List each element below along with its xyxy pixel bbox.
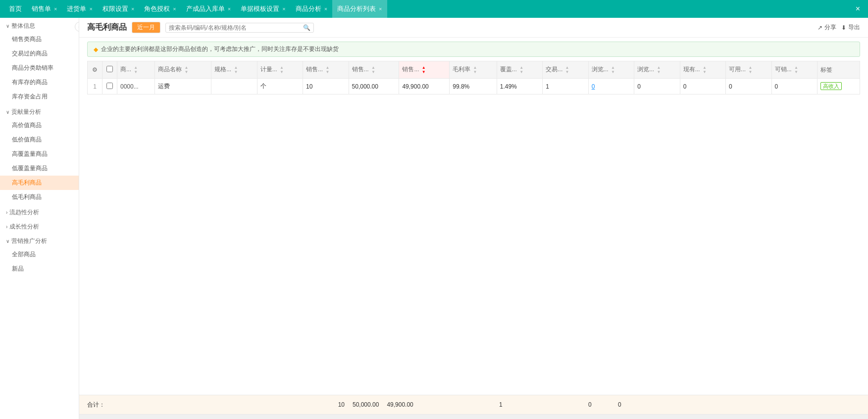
nav-permission-settings-close[interactable]: × bbox=[131, 6, 134, 12]
search-input[interactable] bbox=[169, 24, 303, 31]
th-sales-amount[interactable]: 销售... ▲▼ bbox=[349, 61, 399, 79]
sidebar-item-high-value[interactable]: 高价值商品 bbox=[0, 118, 79, 133]
nav-home[interactable]: 首页 bbox=[4, 0, 27, 18]
nav-role-auth[interactable]: 角色授权 × bbox=[139, 0, 181, 18]
nav-product-analysis[interactable]: 商品分析 × bbox=[291, 0, 332, 18]
footer-available: 0 bbox=[596, 399, 625, 410]
header-actions: ↗ 分享 ⬇ 导出 bbox=[817, 23, 860, 32]
group-marketing-label: 营销推广分析 bbox=[11, 237, 47, 245]
footer-total: 合计： 10 50,000.00 49,900.00 1 0 0 bbox=[79, 395, 868, 414]
th-transaction[interactable]: 交易... ▲▼ bbox=[543, 61, 588, 79]
group-trend-arrow: › bbox=[6, 210, 7, 215]
info-text: 企业的主要的利润都是这部分商品创造的，可考虑加大推广，同时关注库存是不要出现缺货 bbox=[101, 45, 339, 53]
export-button[interactable]: ⬇ 导出 bbox=[841, 23, 860, 32]
group-marketing-arrow: ∨ bbox=[6, 238, 9, 244]
th-available[interactable]: 可用... ▲▼ bbox=[726, 61, 771, 79]
sidebar-group-marketing[interactable]: ∨ 营销推广分析 bbox=[0, 233, 79, 247]
th-current[interactable]: 现有... ▲▼ bbox=[680, 61, 725, 79]
row-checkbox[interactable] bbox=[106, 83, 113, 89]
sort-name-icon: ▲▼ bbox=[185, 65, 189, 74]
sidebar-item-all-goods[interactable]: 全部商品 bbox=[0, 247, 79, 262]
sidebar-group-contribution[interactable]: ∨ 贡献量分析 bbox=[0, 104, 79, 118]
sidebar-item-category-rate[interactable]: 商品分类助销率 bbox=[0, 61, 79, 75]
group-overall-label: 整体信息 bbox=[11, 22, 35, 30]
cell-available: 0 bbox=[726, 79, 771, 94]
collapse-icon: « bbox=[78, 24, 79, 30]
browse1-link[interactable]: 0 bbox=[592, 83, 595, 90]
top-navigation: 首页 销售单 × 进货单 × 权限设置 × 角色授权 × 产成品入库单 × 单据… bbox=[0, 0, 868, 18]
search-icon[interactable]: 🔍 bbox=[303, 24, 310, 31]
nav-product-inbound-close[interactable]: × bbox=[228, 6, 231, 12]
th-gross-margin[interactable]: 毛利率 ▲▼ bbox=[450, 61, 497, 79]
nav-product-analysis-close[interactable]: × bbox=[324, 6, 327, 12]
nav-sales-order-close[interactable]: × bbox=[54, 6, 57, 12]
sidebar-group-growth[interactable]: › 成长性分析 bbox=[0, 219, 79, 233]
th-sales-qty[interactable]: 销售... ▲▼ bbox=[303, 61, 349, 79]
share-button[interactable]: ↗ 分享 bbox=[817, 23, 836, 32]
th-sales-cost[interactable]: 销售... ▲▼ bbox=[399, 61, 450, 79]
nav-product-analysis-list-close[interactable]: × bbox=[379, 6, 382, 12]
search-box: 🔍 bbox=[165, 23, 314, 33]
cell-coverage: 1.49% bbox=[497, 79, 542, 94]
select-all-checkbox[interactable] bbox=[106, 66, 113, 72]
th-code[interactable]: 商... ▲▼ bbox=[117, 61, 155, 79]
th-browse1[interactable]: 浏览... ▲▼ bbox=[588, 61, 634, 79]
cell-code[interactable]: 0000... bbox=[117, 79, 155, 94]
cell-tag: 高收入 bbox=[817, 79, 860, 94]
sidebar-group-overall[interactable]: ∨ 整体信息 bbox=[0, 18, 79, 32]
nav-home-label: 首页 bbox=[9, 4, 22, 13]
th-name[interactable]: 商品名称 ▲▼ bbox=[155, 61, 211, 79]
sidebar-item-low-value[interactable]: 低价值商品 bbox=[0, 133, 79, 147]
th-num: ⚙ bbox=[88, 61, 102, 79]
sidebar-item-high-gross-margin[interactable]: 高毛利商品 bbox=[0, 176, 79, 190]
th-unit[interactable]: 计量... ▲▼ bbox=[257, 61, 303, 79]
info-banner: ◆ 企业的主要的利润都是这部分商品创造的，可考虑加大推广，同时关注库存是不要出现… bbox=[87, 42, 860, 57]
cell-salable: 0 bbox=[771, 79, 817, 94]
th-browse2[interactable]: 浏览... ▲▼ bbox=[634, 61, 680, 79]
page-title: 高毛利商品 bbox=[87, 22, 127, 33]
nav-product-analysis-list[interactable]: 商品分析列表 × bbox=[332, 0, 387, 18]
footer-sales-cost: 49,900.00 bbox=[383, 399, 417, 410]
sidebar-group-trend[interactable]: › 流趋性分析 bbox=[0, 204, 79, 219]
sidebar-item-sales-goods[interactable]: 销售类商品 bbox=[0, 32, 79, 47]
sidebar-item-new-goods[interactable]: 新品 bbox=[0, 262, 79, 276]
nav-sales-order-label: 销售单 bbox=[32, 4, 51, 13]
nav-product-inbound-label: 产成品入库单 bbox=[186, 4, 225, 13]
nav-product-inbound[interactable]: 产成品入库单 × bbox=[181, 0, 236, 18]
sort-unit-icon: ▲▼ bbox=[280, 65, 284, 74]
sidebar-item-low-gross-margin[interactable]: 低毛利商品 bbox=[0, 190, 79, 204]
info-icon: ◆ bbox=[94, 46, 98, 53]
horizontal-scrollbar[interactable] bbox=[79, 414, 868, 419]
cell-spec bbox=[211, 79, 257, 94]
content-area: 高毛利商品 近一月 🔍 ↗ 分享 ⬇ 导出 ◆ 企业的主要的利润都是这部分商品创… bbox=[79, 18, 868, 419]
nav-permission-settings[interactable]: 权限设置 × bbox=[98, 0, 139, 18]
sidebar-item-traded-goods[interactable]: 交易过的商品 bbox=[0, 47, 79, 61]
sort-current-icon: ▲▼ bbox=[703, 65, 707, 74]
gear-icon[interactable]: ⚙ bbox=[92, 66, 98, 73]
cell-checkbox bbox=[102, 79, 117, 94]
cell-sales-qty: 10 bbox=[303, 79, 349, 94]
nav-role-auth-label: 角色授权 bbox=[144, 4, 170, 13]
th-coverage[interactable]: 覆盖... ▲▼ bbox=[497, 61, 542, 79]
nav-purchase-order-close[interactable]: × bbox=[89, 6, 92, 12]
export-label: 导出 bbox=[848, 23, 860, 32]
sort-sales-qty-icon: ▲▼ bbox=[325, 65, 329, 74]
close-all-tabs-button[interactable]: × bbox=[852, 4, 864, 13]
th-salable[interactable]: 可销... ▲▼ bbox=[771, 61, 817, 79]
sidebar-item-low-coverage[interactable]: 低覆盖量商品 bbox=[0, 161, 79, 176]
nav-template-settings-close[interactable]: × bbox=[282, 6, 285, 12]
nav-purchase-order[interactable]: 进货单 × bbox=[62, 0, 97, 18]
sort-browse1-icon: ▲▼ bbox=[611, 65, 615, 74]
sort-gross-margin-icon: ▲▼ bbox=[473, 65, 477, 74]
sidebar-item-inventory-capital[interactable]: 库存资金占用 bbox=[0, 90, 79, 104]
cell-transaction: 1 bbox=[543, 79, 588, 94]
nav-role-auth-close[interactable]: × bbox=[173, 6, 176, 12]
nav-sales-order[interactable]: 销售单 × bbox=[27, 0, 62, 18]
nav-template-settings[interactable]: 单据模板设置 × bbox=[236, 0, 290, 18]
sort-transaction-icon: ▲▼ bbox=[565, 65, 569, 74]
cell-browse1[interactable]: 0 bbox=[588, 79, 634, 94]
sidebar-item-high-coverage[interactable]: 高覆盖量商品 bbox=[0, 147, 79, 161]
filter-recent-month-button[interactable]: 近一月 bbox=[132, 22, 160, 33]
sidebar-item-in-stock-goods[interactable]: 有库存的商品 bbox=[0, 75, 79, 90]
th-spec[interactable]: 规格... ▲▼ bbox=[211, 61, 257, 79]
